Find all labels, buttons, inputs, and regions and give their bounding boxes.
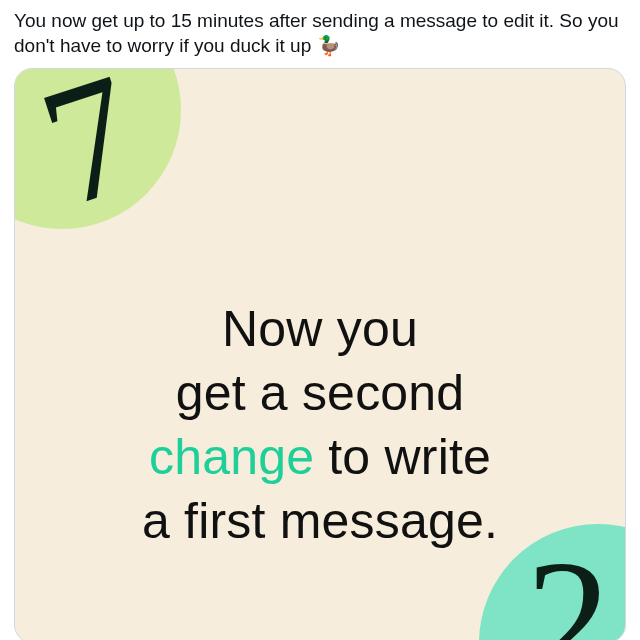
tweet-text[interactable]: You now get up to 15 minutes after sendi…: [14, 8, 626, 58]
decorative-circle-top-left: 7: [14, 68, 181, 229]
headline-accent-word: change: [149, 429, 314, 485]
headline-line-3-rest: to write: [314, 429, 491, 485]
headline-line-1: Now you: [15, 297, 625, 361]
tweet-body: You now get up to 15 minutes after sendi…: [0, 0, 640, 58]
digit-two: 2: [526, 534, 611, 640]
promo-headline: Now you get a second change to write a f…: [15, 297, 625, 553]
headline-line-3: change to write: [15, 425, 625, 489]
digit-seven: 7: [23, 68, 156, 234]
headline-line-2: get a second: [15, 361, 625, 425]
tweet-media-wrap: 7 Now you get a second change to write a…: [0, 58, 640, 640]
tweet-media-image[interactable]: 7 Now you get a second change to write a…: [14, 68, 626, 640]
